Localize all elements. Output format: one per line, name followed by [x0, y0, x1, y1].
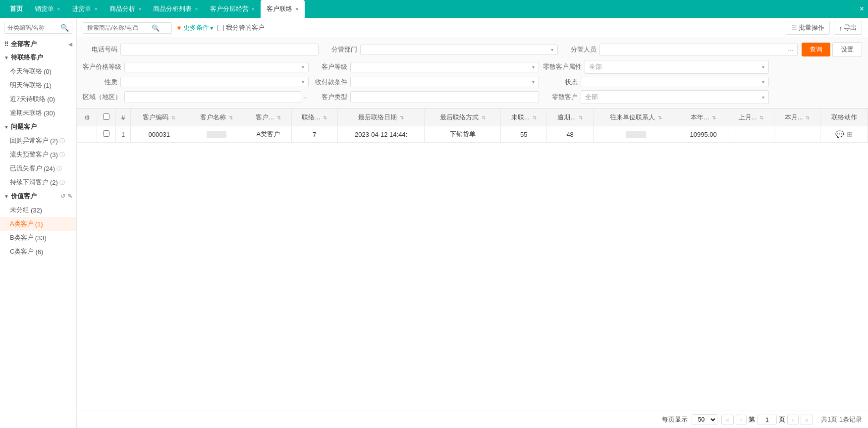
table-header-row: ⚙ # 客户编码 ⇅ 客户名称 ⇅	[77, 109, 868, 126]
th-last-contact-method[interactable]: 最后联络方式 ⇅	[425, 109, 501, 126]
td-no-contact: 55	[501, 126, 547, 143]
th-settings[interactable]: ⚙	[77, 109, 97, 126]
nav-customer-contact[interactable]: 客户联络 ×	[261, 0, 304, 18]
phone-input[interactable]	[120, 44, 319, 55]
th-unit-contact[interactable]: 往来单位联系人 ⇅	[593, 109, 679, 126]
area-dots-icon[interactable]: ···	[303, 94, 309, 101]
sidebar-item-churned[interactable]: 已流失客户(24) ⓘ	[0, 161, 76, 175]
th-this-month[interactable]: 本月... ⇅	[774, 109, 820, 126]
value-actions: ↺ ✎	[60, 193, 72, 200]
dept-select[interactable]: ▾	[360, 45, 558, 55]
search-input[interactable]	[87, 24, 152, 31]
td-last-contact-method[interactable]: 下销货单	[425, 126, 501, 143]
th-customer-type[interactable]: 客户... ⇅	[245, 109, 291, 126]
action-icons-container: 💬 ⊞	[823, 130, 865, 138]
sidebar-item-declining[interactable]: 持续下滑客户(2) ⓘ	[0, 175, 76, 189]
prev-page-button[interactable]: ‹	[736, 415, 747, 425]
grid-icon: ⠿	[4, 41, 9, 48]
nature-select[interactable]: ▾	[120, 77, 309, 87]
th-name[interactable]: 客户名称 ⇅	[188, 109, 245, 126]
more-conditions-button[interactable]: ▼ 更多条件 ▾	[176, 23, 214, 32]
chevron-down-icon: ▾	[210, 24, 214, 32]
sidebar-item-b-class[interactable]: B类客户(33)	[0, 231, 76, 245]
payment-terms-select[interactable]: ▾	[350, 77, 539, 87]
sidebar-item-repurchase-abnormal[interactable]: 回购异常客户(2) ⓘ	[0, 134, 76, 148]
arrow-down-icon: ▼	[4, 55, 9, 60]
th-last-month[interactable]: 上月... ⇅	[728, 109, 774, 126]
my-customers-checkbox[interactable]	[217, 25, 224, 31]
person-select[interactable]: ···	[599, 44, 798, 56]
last-contact-method-link[interactable]: 下销货单	[450, 130, 476, 138]
qr-icon[interactable]: ⊞	[847, 130, 853, 138]
close-all-button[interactable]: ×	[860, 4, 864, 13]
sidebar-item-tomorrow-pending[interactable]: 明天待联络(1)	[0, 78, 76, 92]
next-page-button[interactable]: ›	[787, 415, 798, 425]
nav-sales[interactable]: 销货单 ×	[29, 0, 66, 18]
status-select[interactable]: ▾	[581, 77, 769, 87]
sidebar-problem-header[interactable]: ▼ 问题客户	[0, 120, 76, 134]
per-page-select[interactable]: 50	[692, 414, 717, 425]
nav-goods-analysis[interactable]: 商品分析 ×	[104, 0, 147, 18]
close-purchase-icon[interactable]: ×	[94, 6, 97, 12]
edit-icon[interactable]: ✎	[67, 193, 72, 200]
th-checkbox[interactable]	[97, 109, 116, 126]
customer-type-input[interactable]	[350, 91, 539, 103]
search-icon[interactable]: 🔍	[152, 24, 160, 32]
last-page-button[interactable]: »	[801, 415, 813, 425]
td-this-year: 10995.00	[679, 126, 728, 143]
nav-goods-analysis-list[interactable]: 商品分析列表 ×	[147, 0, 204, 18]
nav-purchase[interactable]: 进货单 ×	[66, 0, 103, 18]
pending-label: 待联络客户	[11, 53, 43, 62]
sidebar-item-today-pending[interactable]: 今天待联络(0)	[0, 64, 76, 78]
close-customer-tier-icon[interactable]: ×	[252, 6, 255, 12]
retail-attr-select[interactable]: 全部 ▾	[585, 60, 769, 74]
sidebar-item-churn-warning[interactable]: 流失预警客户(3) ⓘ	[0, 148, 76, 161]
td-checkbox[interactable]	[97, 126, 116, 143]
chat-icon[interactable]: 💬	[835, 130, 844, 138]
close-customer-contact-icon[interactable]: ×	[295, 6, 298, 12]
td-name: Ea	[188, 126, 245, 143]
nav-home[interactable]: 首页	[4, 0, 29, 18]
sidebar-pending-header[interactable]: ▼ 待联络客户	[0, 51, 76, 64]
sidebar-search-input[interactable]	[7, 24, 60, 31]
th-code[interactable]: 客户编码 ⇅	[130, 109, 188, 126]
price-level-select[interactable]: ▾	[124, 62, 309, 72]
collapse-sidebar-icon[interactable]: ◀	[68, 42, 72, 47]
sidebar-search-icon[interactable]: 🔍	[60, 24, 69, 32]
sidebar-all-customers[interactable]: ⠿ 全部客户 ◀	[0, 38, 76, 51]
sidebar-item-a-class[interactable]: A类客户(1)	[0, 217, 76, 231]
th-no-contact[interactable]: 未联... ⇅	[501, 109, 547, 126]
filter-area: 区域（地区） ···	[83, 91, 309, 103]
select-all-checkbox[interactable]	[103, 113, 109, 120]
batch-ops-button[interactable]: ☰ 批量操作	[786, 21, 830, 35]
setting-button[interactable]: 设置	[832, 42, 862, 57]
total-records-label: 共1页 1条记录	[821, 415, 862, 424]
th-this-year[interactable]: 本年... ⇅	[679, 109, 728, 126]
ellipsis-icon[interactable]: ···	[788, 46, 793, 54]
retail-customer-select[interactable]: 全部 ▾	[581, 90, 769, 104]
td-num: 1	[116, 126, 131, 143]
sidebar-item-overdue-pending[interactable]: 逾期未联络(30)	[0, 106, 76, 120]
area-input[interactable]	[124, 91, 301, 103]
close-goods-analysis-list-icon[interactable]: ×	[195, 6, 198, 12]
first-page-button[interactable]: «	[721, 415, 734, 425]
settings-icon[interactable]: ⚙	[84, 114, 90, 121]
th-contact[interactable]: 联络... ⇅	[291, 109, 337, 126]
page-input[interactable]	[757, 415, 777, 425]
filter-price-level: 客户价格等级 ▾	[83, 62, 309, 72]
sidebar-item-ungrouped[interactable]: 未分组(32)	[0, 203, 76, 217]
sidebar-item-c-class[interactable]: C类客户(6)	[0, 245, 76, 259]
refresh-icon[interactable]: ↺	[60, 193, 65, 200]
close-goods-analysis-icon[interactable]: ×	[138, 6, 141, 12]
th-last-contact-date[interactable]: 最后联络日期 ⇅	[337, 109, 424, 126]
batch-icon: ☰	[791, 24, 797, 32]
nav-customer-tier[interactable]: 客户分层经营 ×	[204, 0, 261, 18]
query-button[interactable]: 查询	[802, 43, 830, 56]
sidebar-value-header[interactable]: ▼ 价值客户 ↺ ✎	[0, 189, 76, 203]
row-checkbox[interactable]	[103, 130, 109, 137]
th-overdue[interactable]: 逾期... ⇅	[547, 109, 593, 126]
sidebar-item-7days-pending[interactable]: 近7天待联络(0)	[0, 92, 76, 106]
export-button[interactable]: ↑ 导出	[834, 21, 863, 35]
close-sales-icon[interactable]: ×	[57, 6, 60, 12]
customer-level-select[interactable]: ▾	[350, 62, 539, 72]
